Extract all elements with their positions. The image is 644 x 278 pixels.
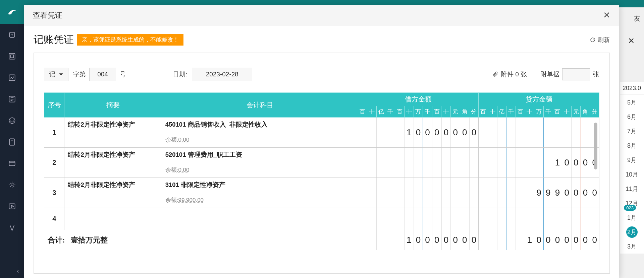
digit-cell (358, 148, 368, 178)
app-sidebar: ‹ (0, 0, 24, 278)
cell-account[interactable] (162, 208, 358, 230)
cell-account[interactable]: 450101 商品销售收入_非限定性收入余额:0.00 (162, 118, 358, 148)
digit-cell (367, 230, 377, 250)
month-item[interactable]: 1月 (620, 210, 644, 225)
close-icon[interactable]: ✕ (603, 10, 610, 20)
th-digit: 十 (525, 106, 534, 118)
digit-cell (497, 208, 507, 230)
month-item[interactable]: 5月 (620, 95, 644, 110)
th-digit: 亿 (497, 106, 506, 118)
cell-credit[interactable]: 9990000 (479, 178, 599, 208)
cell-summary[interactable]: 结转2月非限定性净资产 (64, 178, 162, 208)
digit-cell (479, 230, 488, 250)
svg-rect-6 (9, 139, 14, 145)
cell-debit[interactable]: 10000000 (358, 118, 479, 148)
receipt-count-input[interactable] (562, 68, 590, 80)
voucher-number-input[interactable]: 004 (89, 68, 116, 81)
cell-credit[interactable] (479, 118, 599, 148)
cell-index: 4 (44, 208, 64, 230)
digit-cell (358, 118, 368, 147)
digit-cell: 0 (581, 178, 590, 208)
scrollbar-thumb[interactable] (594, 123, 597, 169)
sidebar-collapse-icon[interactable]: ‹ (17, 268, 19, 275)
digit-cell (497, 148, 507, 178)
voucher-meta-row: 记 字第 004 号 日期: 2023-02-28 附件 0 张 附单据 张 (44, 68, 599, 81)
voucher-modal: 查看凭证 ✕ 记账凭证 亲，该凭证是系统生成的，不能修改！ 刷新 记 字第 00… (24, 5, 619, 278)
digit-cell: 0 (562, 178, 572, 208)
digit-cell: 0 (432, 230, 442, 250)
cell-credit[interactable]: 10000 (479, 148, 599, 178)
th-digit: 百 (358, 106, 367, 118)
cell-summary[interactable] (64, 208, 162, 230)
digit-cell (497, 118, 507, 147)
cell-account[interactable]: 3101 非限定性净资产余额:99,900.00 (162, 178, 358, 208)
cell-summary[interactable]: 结转2月非限定性净资产 (64, 118, 162, 148)
month-item[interactable]: 11月 (620, 182, 644, 196)
digit-cell (414, 178, 423, 208)
nav-item-7[interactable] (0, 153, 24, 174)
th-digit: 分 (469, 106, 479, 118)
cell-debit[interactable] (358, 178, 479, 208)
nav-item-3[interactable] (0, 67, 24, 88)
digit-cell (432, 178, 442, 208)
month-item[interactable]: 3月 (620, 239, 644, 254)
nav-item-4[interactable] (0, 88, 24, 110)
digit-cell (506, 230, 516, 250)
th-digit: 十 (404, 106, 414, 118)
month-item[interactable]: 6月 (620, 110, 644, 124)
digit-cell: 0 (572, 178, 581, 208)
cell-credit[interactable] (479, 208, 599, 230)
nav-item-9[interactable] (0, 196, 24, 217)
digit-cell (386, 230, 395, 250)
digit-cell (395, 148, 405, 178)
paperclip-icon (492, 71, 498, 77)
month-item[interactable]: 10月 (620, 167, 644, 182)
cell-account[interactable]: 520101 管理费用_职工工资余额:0.00 (162, 148, 358, 178)
digit-cell (442, 178, 451, 208)
month-item[interactable]: 7月 (620, 124, 644, 138)
svg-marker-10 (11, 205, 14, 208)
voucher-type-select[interactable]: 记 (44, 68, 68, 81)
digit-cell (432, 148, 442, 178)
app-logo[interactable] (0, 0, 24, 24)
cell-debit[interactable] (358, 208, 479, 230)
digit-cell (572, 208, 581, 230)
digit-cell (358, 208, 368, 230)
digit-cell (516, 148, 525, 178)
nav-item-1[interactable] (0, 24, 24, 46)
warning-badge: 亲，该凭证是系统生成的，不能修改！ (77, 34, 183, 46)
date-label: 日期: (173, 70, 187, 79)
digit-cell (506, 118, 516, 147)
digit-cell (534, 208, 544, 230)
chevron-down-icon (59, 72, 63, 77)
th-digit: 百 (479, 106, 488, 118)
refresh-button[interactable]: 刷新 (590, 36, 610, 44)
digit-cell: 0 (590, 178, 599, 208)
digit-cell (377, 208, 386, 230)
digit-cell (544, 148, 553, 178)
nav-item-6[interactable] (0, 131, 24, 153)
month-item[interactable]: 8月 (620, 138, 644, 153)
digit-cell: 1 (553, 148, 562, 178)
month-item-active[interactable]: 2月 (620, 225, 644, 239)
nav-item-8[interactable] (0, 174, 24, 196)
th-digit: 百 (395, 106, 405, 118)
digit-cell (405, 148, 414, 178)
cell-summary[interactable]: 结转2月非限定性净资产 (64, 148, 162, 178)
digit-cell (516, 208, 525, 230)
nav-item-5[interactable] (0, 110, 24, 131)
digit-cell (506, 178, 516, 208)
th-account: 会计科目 (162, 93, 358, 118)
digit-cell (544, 208, 553, 230)
cell-debit[interactable] (358, 148, 479, 178)
date-input[interactable]: 2023-02-28 (192, 68, 252, 81)
voucher-heading: 记账凭证 (34, 33, 74, 47)
nav-item-10[interactable] (0, 217, 24, 238)
year-selector[interactable]: 2023.0 (620, 82, 644, 94)
attachment-link[interactable]: 附件 0 张 (492, 70, 527, 79)
cell-index: 2 (44, 148, 64, 178)
digit-cell: 0 (423, 118, 432, 147)
bg-close-icon[interactable]: ✕ (628, 36, 635, 46)
nav-item-2[interactable] (0, 46, 24, 67)
month-item[interactable]: 9月 (620, 153, 644, 167)
